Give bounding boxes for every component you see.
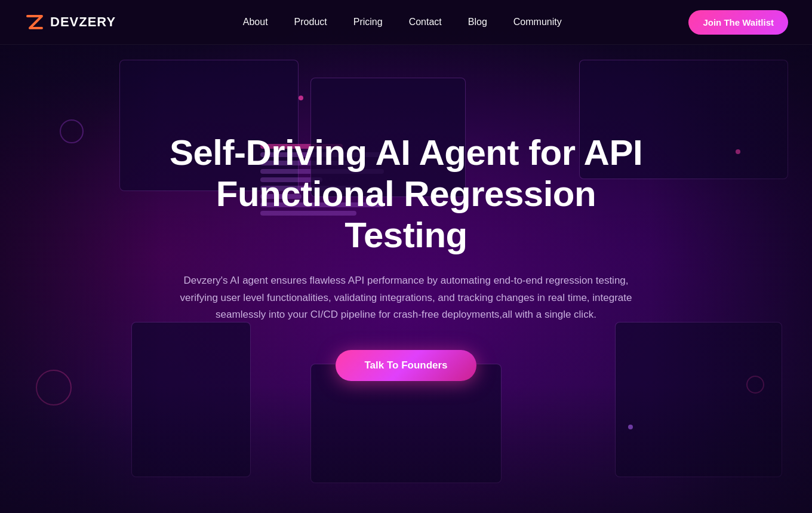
nav-link-about[interactable]: About [232, 12, 279, 32]
hero-subtitle: Devzery's AI agent ensures flawless API … [173, 272, 639, 324]
logo-text: DEVZERY [50, 14, 116, 30]
join-waitlist-button[interactable]: Join The Waitlist [688, 10, 788, 35]
nav-link-pricing[interactable]: Pricing [343, 12, 393, 32]
hero-content: Self-Driving AI Agent for API Functional… [137, 132, 675, 382]
navbar: DEVZERY About Product Pricing Contact Bl… [0, 0, 812, 45]
nav-link-community[interactable]: Community [503, 12, 573, 32]
nav-links: About Product Pricing Contact Blog Commu… [232, 17, 573, 27]
hero-title: Self-Driving AI Agent for API Functional… [161, 132, 651, 256]
nav-link-blog[interactable]: Blog [457, 12, 498, 32]
hero-section: Self-Driving AI Agent for API Functional… [0, 0, 812, 513]
devzery-logo-icon [24, 11, 45, 33]
talk-to-founders-button[interactable]: Talk To Founders [336, 350, 476, 381]
nav-link-product[interactable]: Product [284, 12, 338, 32]
nav-link-contact[interactable]: Contact [398, 12, 453, 32]
logo-link[interactable]: DEVZERY [24, 11, 116, 33]
